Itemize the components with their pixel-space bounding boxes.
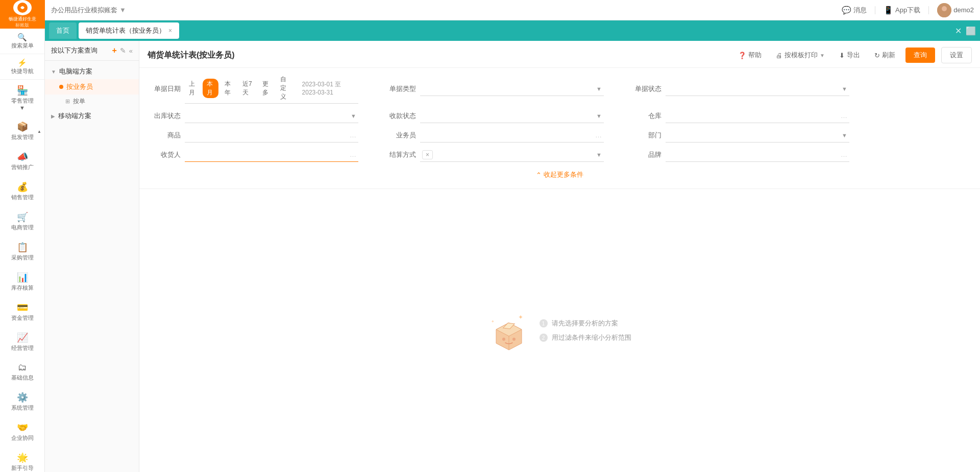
tip-num-2: 2 bbox=[540, 334, 548, 342]
quick-nav[interactable]: ⚡ 快捷导航 bbox=[0, 54, 44, 80]
add-schema-btn[interactable]: + bbox=[112, 46, 116, 55]
date-7days[interactable]: 近7天 bbox=[238, 79, 256, 98]
bill-label: 按单 bbox=[73, 97, 85, 106]
receiver-dots[interactable]: … bbox=[350, 151, 356, 158]
mobile-arrow-icon: ▶ bbox=[51, 113, 55, 119]
app-logo[interactable]: 畅捷通好生意 标账版 bbox=[0, 0, 45, 29]
schema-group-mobile-header[interactable]: ▶ 移动端方案 bbox=[45, 108, 139, 124]
tab-home[interactable]: 首页 bbox=[49, 22, 77, 39]
sidebar-item-sales[interactable]: 💰 销售管理 bbox=[0, 176, 44, 206]
department-label: 部门 bbox=[628, 131, 662, 140]
salesperson-dots[interactable]: … bbox=[595, 131, 602, 139]
empty-tips: 1 请先选择要分析的方案 2 用过滤条件来缩小分析范围 bbox=[540, 319, 631, 342]
purchase-icon: 📋 bbox=[17, 242, 28, 253]
wholesale-icon: 📦 bbox=[17, 121, 28, 132]
sidebar-item-ops[interactable]: 📈 经营管理 bbox=[0, 327, 44, 357]
tab-close-btn[interactable]: × bbox=[168, 27, 172, 34]
department-field[interactable]: ▼ bbox=[666, 128, 849, 143]
doc-status-field[interactable]: ▼ bbox=[666, 82, 849, 96]
tab-close-window[interactable]: ✕ bbox=[955, 26, 962, 36]
settle-field[interactable]: × ▼ bbox=[420, 148, 604, 162]
collapse-btn[interactable]: ⌃ 收起更多条件 bbox=[148, 167, 972, 182]
doc-type-arrow[interactable]: ▼ bbox=[596, 86, 602, 92]
out-status-field[interactable]: ▼ bbox=[185, 109, 358, 123]
download-btn[interactable]: 📱 App下载 bbox=[884, 6, 920, 15]
pay-status-field[interactable]: ▼ bbox=[420, 109, 604, 123]
sidebar-item-wholesale[interactable]: 📦 批发管理 bbox=[0, 116, 44, 146]
left-panel-header: 按以下方案查询 + ✎ « bbox=[45, 41, 139, 61]
help-icon: ❓ bbox=[738, 52, 746, 59]
search-menu[interactable]: 🔍 搜索菜单 bbox=[0, 29, 44, 54]
setting-btn[interactable]: 设置 bbox=[941, 47, 972, 63]
print-btn[interactable]: 🖨 按模板打印 ▼ bbox=[772, 49, 829, 62]
topbar-actions: 💬 消息 📱 App下载 demo2 bbox=[842, 3, 974, 17]
sidebar-item-basic[interactable]: 🗂 基础信息 bbox=[0, 357, 44, 387]
sidebar-item-guide[interactable]: 🌟 新手引导 bbox=[0, 447, 44, 472]
goods-field[interactable]: … bbox=[185, 128, 358, 143]
sidebar-item-marketing[interactable]: 📣 营销推广 bbox=[0, 146, 44, 176]
quick-icon: ⚡ bbox=[17, 58, 27, 67]
message-btn[interactable]: 💬 消息 bbox=[842, 6, 867, 15]
settle-arrow[interactable]: ▼ bbox=[596, 152, 602, 158]
goods-dots[interactable]: … bbox=[350, 131, 356, 139]
warehouse-dots[interactable]: … bbox=[841, 112, 847, 120]
avatar bbox=[937, 3, 951, 17]
sidebar-item-purchase[interactable]: 📋 采购管理 bbox=[0, 237, 44, 267]
collapse-panel-btn[interactable]: « bbox=[129, 47, 133, 55]
warehouse-field[interactable]: … bbox=[666, 109, 849, 123]
sidebar-item-system[interactable]: ⚙️ 系统管理 bbox=[0, 387, 44, 417]
brand-label: 品牌 bbox=[628, 150, 662, 159]
receiver-label: 收货人 bbox=[148, 150, 181, 159]
user-btn[interactable]: demo2 bbox=[937, 3, 974, 17]
settle-tag-close[interactable]: × bbox=[426, 151, 429, 158]
tab-home-label: 首页 bbox=[56, 26, 69, 35]
refresh-icon: ↻ bbox=[874, 52, 880, 59]
pay-status-arrow[interactable]: ▼ bbox=[596, 113, 602, 119]
date-more[interactable]: 更多 bbox=[258, 79, 274, 98]
edit-schema-btn[interactable]: ✎ bbox=[120, 46, 126, 55]
collapse-icon: ⌃ bbox=[536, 171, 542, 179]
schema-group-mobile: ▶ 移动端方案 bbox=[45, 108, 139, 124]
download-icon: 📱 bbox=[884, 6, 893, 15]
schema-item-salesperson[interactable]: 按业务员 bbox=[45, 79, 139, 95]
tab-sales-stat[interactable]: 销货单统计表（按业务员） × bbox=[79, 22, 179, 39]
brand-dots[interactable]: … bbox=[841, 151, 847, 158]
empty-tip-2: 2 用过滤条件来缩小分析范围 bbox=[540, 333, 631, 342]
date-this-year[interactable]: 本年 bbox=[220, 79, 236, 98]
receiver-field[interactable]: … bbox=[185, 148, 358, 162]
help-btn[interactable]: ❓ 帮助 bbox=[734, 49, 766, 62]
date-this-month[interactable]: 本月 bbox=[203, 79, 218, 98]
system-icon: ⚙️ bbox=[17, 392, 28, 403]
left-panel: 按以下方案查询 + ✎ « ▼ 电脑端方案 按业务员 bbox=[45, 41, 139, 472]
quick-label: 快捷导航 bbox=[11, 67, 34, 75]
tab-maximize[interactable]: ⬜ bbox=[966, 26, 976, 36]
refresh-btn[interactable]: ↻ 刷新 bbox=[870, 49, 899, 62]
print-dropdown-icon[interactable]: ▼ bbox=[820, 53, 825, 58]
sidebar-item-inventory[interactable]: 📊 库存核算 bbox=[0, 267, 44, 297]
logo-text: 畅捷通好生意 标账版 bbox=[9, 16, 36, 29]
doc-status-arrow[interactable]: ▼ bbox=[842, 86, 847, 92]
sidebar-item-corp[interactable]: 🤝 企业协同 bbox=[0, 417, 44, 447]
sidebar-item-finance[interactable]: 💳 资金管理 bbox=[0, 297, 44, 327]
export-btn[interactable]: ⬇ 导出 bbox=[835, 49, 864, 62]
warehouse-label: 仓库 bbox=[628, 111, 662, 121]
schema-item-bill[interactable]: ⊞ 按单 bbox=[45, 95, 139, 108]
schema-group-pc-header[interactable]: ▼ 电脑端方案 bbox=[45, 64, 139, 79]
svg-point-8 bbox=[502, 338, 505, 341]
query-btn[interactable]: 查询 bbox=[905, 48, 935, 63]
doc-type-field[interactable]: ▼ bbox=[420, 82, 604, 96]
out-status-arrow[interactable]: ▼ bbox=[351, 113, 356, 119]
breadcrumb-dropdown[interactable]: ▼ bbox=[119, 6, 126, 14]
filter-row-2: 出库状态 ▼ 收款状态 ▼ 仓库 … bbox=[148, 109, 972, 123]
date-custom[interactable]: 自定义 bbox=[276, 74, 296, 102]
tip-text-1: 请先选择要分析的方案 bbox=[552, 319, 618, 328]
sidebar-item-retail[interactable]: 🏪 零售管理 bbox=[0, 80, 44, 116]
brand-field[interactable]: … bbox=[666, 148, 849, 162]
salesperson-field[interactable]: … bbox=[420, 128, 604, 143]
date-last-month[interactable]: 上月 bbox=[185, 79, 201, 98]
sidebar-item-ecom[interactable]: 🛒 电商管理 bbox=[0, 206, 44, 237]
department-arrow[interactable]: ▼ bbox=[842, 132, 847, 138]
purchase-label: 采购管理 bbox=[11, 254, 34, 262]
divider2 bbox=[928, 6, 929, 14]
breadcrumb-text: 办公用品行业模拟账套 bbox=[51, 6, 117, 15]
